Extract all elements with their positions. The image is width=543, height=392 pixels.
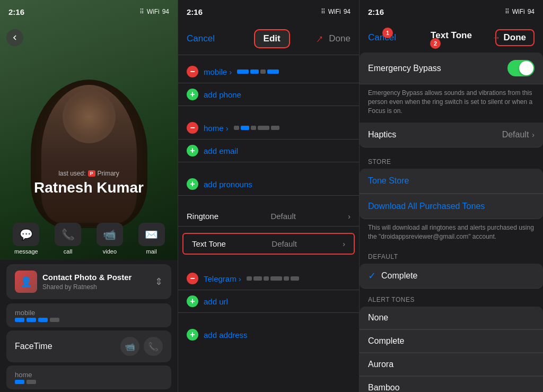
video-button[interactable]: 📹 video	[91, 223, 129, 255]
home-dots	[234, 126, 351, 130]
emergency-bypass-toggle[interactable]	[507, 60, 535, 76]
contact-photo-poster-row[interactable]: 👤 Contact Photo & Poster Shared by Ratne…	[6, 264, 171, 299]
emergency-bypass-section: Emergency Bypass	[360, 53, 543, 84]
remove-home-button[interactable]: −	[187, 122, 198, 134]
ringtone-label: Ringtone	[187, 212, 218, 221]
done-button-2[interactable]: Done	[329, 33, 351, 44]
gap1	[178, 106, 359, 117]
contact-photo-poster-title: Contact Photo & Poster	[42, 273, 132, 282]
last-used-text: last used:	[58, 170, 85, 177]
person-photo	[31, 80, 147, 228]
status-icons-3: ⠿ WiFi 94	[505, 8, 535, 15]
mobile-val-dot2	[250, 69, 259, 74]
haptics-row[interactable]: Haptics Default ›	[360, 123, 543, 147]
signal-icon-2: ⠿	[321, 8, 326, 15]
tone-row-bamboo[interactable]: Bamboo	[360, 377, 543, 392]
status-time-1: 2:16	[8, 7, 24, 16]
text-tone-row[interactable]: Text Tone Default ›	[182, 233, 355, 255]
done-button-3[interactable]: Done	[495, 29, 535, 46]
gap6	[178, 313, 359, 324]
home-label: home	[15, 371, 163, 379]
ringtone-chevron: ›	[348, 212, 351, 221]
toggle-knob	[519, 61, 533, 75]
ringtone-row[interactable]: Ringtone Default ›	[178, 206, 359, 227]
text-tone-value: Default	[272, 239, 297, 248]
add-email-icon: +	[187, 145, 198, 156]
mobile-val-dot3	[260, 69, 266, 74]
mail-button[interactable]: ✉️ mail	[133, 223, 171, 255]
facetime-audio-button[interactable]: 📞	[144, 337, 163, 356]
complete-default-row[interactable]: ✓ Complete	[360, 264, 543, 289]
wifi-icon-2: WiFi	[328, 8, 341, 15]
facetime-video-button[interactable]: 📹	[120, 337, 139, 356]
tg-dot1	[247, 276, 252, 281]
contact-photo-poster-left: 👤 Contact Photo & Poster Shared by Ratne…	[15, 271, 132, 293]
home-field: home	[6, 365, 171, 389]
haptics-chevron: ›	[532, 130, 535, 139]
home-value	[15, 380, 163, 384]
dot1	[15, 318, 24, 322]
home-dot1	[15, 380, 24, 384]
text-tone-chevron: ›	[343, 240, 345, 248]
add-phone-row[interactable]: + add phone	[178, 83, 359, 106]
signal-icon: ⠿	[139, 8, 144, 15]
telegram-dots	[247, 276, 351, 281]
contact-photo-poster-text: Contact Photo & Poster Shared by Ratnesh	[42, 273, 132, 291]
home-val-dot3	[251, 126, 256, 130]
badge-1: 1	[382, 28, 393, 38]
add-url-row[interactable]: + add url	[178, 290, 359, 313]
status-time-2: 2:16	[187, 7, 203, 16]
facetime-row: FaceTime 📹 📞	[6, 330, 171, 362]
battery-icon: 94	[162, 8, 169, 15]
add-pronouns-label: add pronouns	[204, 180, 252, 189]
tone-row-aurora[interactable]: Aurora	[360, 353, 543, 376]
video-icon: 📹	[97, 223, 123, 246]
add-phone-label: add phone	[204, 90, 241, 99]
badge-2: 2	[430, 38, 441, 49]
home-dot2	[27, 380, 36, 384]
wifi-icon-3: WiFi	[512, 8, 525, 15]
status-time-3: 2:16	[368, 7, 384, 16]
tone-row-complete[interactable]: Complete	[360, 330, 543, 353]
home-val-dot4	[258, 126, 269, 130]
panel-contact-view: 2:16 ⠿ WiFi 94 last used: P Primary Ratn…	[0, 0, 178, 392]
add-phone-icon: +	[187, 89, 198, 100]
text-tone-label: Text Tone	[192, 239, 226, 248]
alert-tones-list: None Complete Aurora Bamboo Chord Circle…	[360, 307, 543, 392]
download-purchased-row[interactable]: Download All Purchased Tones	[360, 194, 543, 219]
call-icon: 📞	[55, 223, 81, 246]
cancel-button-2[interactable]: Cancel	[187, 33, 215, 44]
store-section-header: STORE	[360, 149, 543, 169]
add-address-row[interactable]: + add address	[178, 324, 359, 346]
person-silhouette	[41, 85, 137, 223]
dot4	[50, 318, 59, 322]
tone-none-label: None	[368, 313, 535, 323]
video-label: video	[103, 248, 117, 255]
edit-button[interactable]: Edit	[254, 29, 290, 48]
add-address-icon: +	[187, 329, 198, 341]
emergency-bypass-desc: Emergency Bypass allows sounds and vibra…	[360, 84, 543, 123]
remove-mobile-button[interactable]: −	[187, 66, 198, 77]
telegram-row: − Telegram ›	[178, 267, 359, 290]
battery-icon-2: 94	[344, 8, 351, 15]
tg-dot3	[264, 276, 269, 281]
mobile-label: mobile	[15, 309, 163, 317]
gap5	[178, 257, 359, 267]
call-button[interactable]: 📞 call	[49, 223, 87, 255]
tone-store-label: Tone Store	[368, 176, 409, 186]
tone-row-none[interactable]: None	[360, 307, 543, 329]
tone-store-row[interactable]: Tone Store	[360, 169, 543, 194]
tg-dot4	[270, 276, 282, 281]
remove-telegram-button[interactable]: −	[187, 273, 198, 284]
checkmark-icon: ✓	[368, 270, 376, 282]
add-pronouns-icon: +	[187, 178, 198, 190]
download-desc: This will download all ringtones and ale…	[360, 219, 543, 249]
back-button[interactable]	[6, 29, 23, 46]
alert-tones-header: ALERT TONES	[360, 289, 543, 307]
add-pronouns-row[interactable]: + add pronouns	[178, 173, 359, 196]
avatar: 👤	[15, 271, 37, 293]
ringtone-value: Default	[270, 212, 296, 221]
add-email-row[interactable]: + add email	[178, 140, 359, 162]
edit-body: − mobile › + add phone − home ›	[178, 55, 359, 392]
message-button[interactable]: 💬 message	[7, 223, 45, 255]
